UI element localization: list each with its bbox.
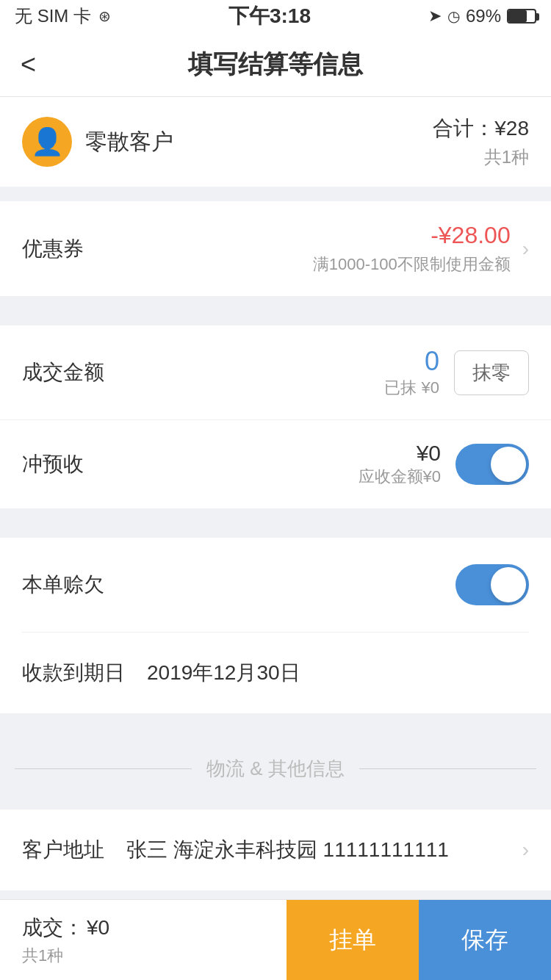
save-button[interactable]: 保存 <box>419 900 551 980</box>
bottom-count: 共1种 <box>22 945 287 967</box>
prepay-right: ¥0 应收金额¥0 <box>359 441 529 488</box>
due-date-row: 收款到期日 2019年12月30日 <box>0 633 551 713</box>
deal-label: 成交金额 <box>22 359 104 386</box>
round-down-button[interactable]: 抹零 <box>454 350 529 395</box>
address-label: 客户地址 <box>22 836 104 864</box>
bottom-deal-label: 成交： <box>22 914 84 942</box>
divider-3 <box>0 728 551 743</box>
bottom-deal-line: 成交： ¥0 <box>22 914 287 942</box>
alarm-icon: ◷ <box>447 7 460 25</box>
credit-row: 本单赊欠 <box>0 538 551 632</box>
coupon-row[interactable]: 优惠券 -¥28.00 满1000-100不限制使用金额 › <box>0 201 551 296</box>
coupon-right: -¥28.00 满1000-100不限制使用金额 › <box>313 222 529 275</box>
customer-row: 👤 零散客户 合计：¥28 共1种 <box>0 97 551 187</box>
deal-sub: 已抹 ¥0 <box>384 377 439 399</box>
credit-toggle-knob <box>491 567 526 602</box>
credit-toggle[interactable] <box>455 564 529 605</box>
location-icon: ➤ <box>428 7 442 26</box>
due-value: 2019年12月30日 <box>147 659 300 687</box>
status-right: ➤ ◷ 69% <box>428 6 536 26</box>
bottom-deal-value: ¥0 <box>87 916 109 940</box>
prepay-value-col: ¥0 应收金额¥0 <box>359 441 441 488</box>
credit-card: 本单赊欠 收款到期日 2019年12月30日 <box>0 538 551 713</box>
prepay-sub: 应收金额¥0 <box>359 466 441 488</box>
divider-1 <box>0 311 551 325</box>
address-left: 客户地址 张三 海淀永丰科技园 11111111111 <box>22 836 449 864</box>
carrier-text: 无 SIM 卡 <box>15 4 91 28</box>
toggle-knob <box>491 447 526 482</box>
wifi-icon: ⊛ <box>98 7 111 25</box>
coupon-card: 优惠券 -¥28.00 满1000-100不限制使用金额 › <box>0 201 551 296</box>
divider-2 <box>0 523 551 538</box>
customer-avatar: 👤 <box>22 117 72 167</box>
address-chevron-icon: › <box>522 838 529 862</box>
deal-card: 成交金额 0 已抹 ¥0 抹零 冲预收 ¥0 应收金额¥0 <box>0 325 551 508</box>
status-left: 无 SIM 卡 ⊛ <box>15 4 111 28</box>
prepay-toggle[interactable] <box>455 444 529 485</box>
address-value: 张三 海淀永丰科技园 11111111111 <box>126 836 449 864</box>
customer-total: 合计：¥28 <box>433 115 529 143</box>
main-content: 👤 零散客户 合计：¥28 共1种 优惠券 -¥28.00 满1000-100不… <box>0 97 551 980</box>
credit-label: 本单赊欠 <box>22 571 104 599</box>
address-row[interactable]: 客户地址 张三 海淀永丰科技园 11111111111 › <box>0 810 551 890</box>
deal-amount-row: 成交金额 0 已抹 ¥0 抹零 <box>0 325 551 420</box>
deal-value-col: 0 已抹 ¥0 <box>384 346 439 399</box>
coupon-label: 优惠券 <box>22 235 84 263</box>
coupon-sub: 满1000-100不限制使用金额 <box>313 253 511 275</box>
avatar-icon: 👤 <box>31 126 64 157</box>
battery-icon <box>507 9 536 24</box>
hang-order-button[interactable]: 挂单 <box>287 900 419 980</box>
prepay-label: 冲预收 <box>22 450 84 478</box>
deal-value: 0 <box>384 346 439 377</box>
divider-4 <box>0 795 551 810</box>
back-button[interactable]: < <box>21 49 36 80</box>
customer-count: 共1种 <box>433 145 529 169</box>
status-bar: 无 SIM 卡 ⊛ 下午3:18 ➤ ◷ 69% <box>0 0 551 32</box>
battery-text: 69% <box>466 6 501 26</box>
deal-right: 0 已抹 ¥0 抹零 <box>384 346 529 399</box>
due-label: 收款到期日 <box>22 659 125 687</box>
coupon-value-col: -¥28.00 满1000-100不限制使用金额 <box>313 222 511 275</box>
chevron-right-icon: › <box>522 237 529 261</box>
customer-name: 零散客户 <box>85 127 173 157</box>
customer-left: 👤 零散客户 <box>22 117 173 167</box>
address-card[interactable]: 客户地址 张三 海淀永丰科技园 11111111111 › <box>0 810 551 890</box>
page-title: 填写结算等信息 <box>188 48 363 82</box>
logistics-section-label: 物流 & 其他信息 <box>0 743 551 795</box>
bottom-bar: 成交： ¥0 共1种 挂单 保存 <box>0 899 551 980</box>
nav-bar: < 填写结算等信息 <box>0 32 551 97</box>
prepay-value: ¥0 <box>359 441 441 466</box>
bottom-info: 成交： ¥0 共1种 <box>0 900 287 980</box>
customer-summary: 合计：¥28 共1种 <box>433 115 529 169</box>
customer-card: 👤 零散客户 合计：¥28 共1种 <box>0 97 551 187</box>
coupon-value: -¥28.00 <box>313 222 511 249</box>
logistics-text: 物流 & 其他信息 <box>206 756 345 782</box>
status-time: 下午3:18 <box>228 2 311 30</box>
prepay-row: 冲预收 ¥0 应收金额¥0 <box>0 420 551 508</box>
